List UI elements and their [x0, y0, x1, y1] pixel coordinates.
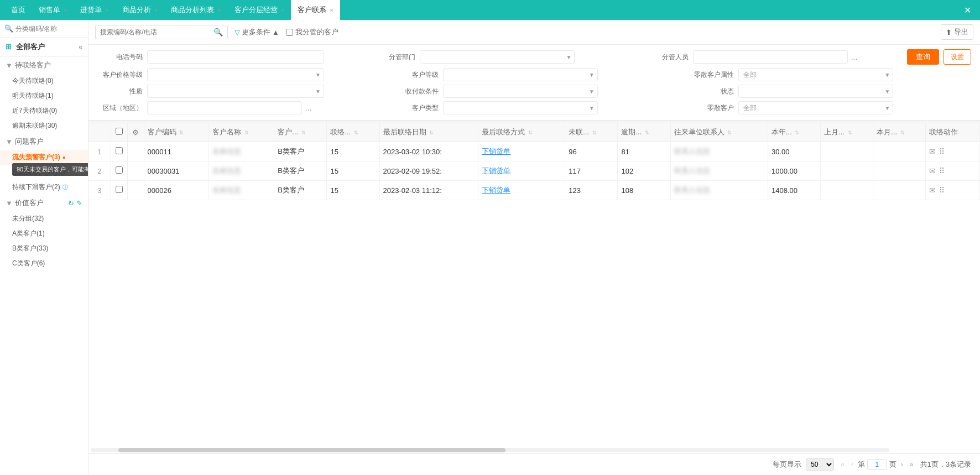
sort-lcm-icon[interactable]: ⇅	[528, 130, 533, 135]
row-1-action-icon-1[interactable]: ✉	[929, 147, 936, 156]
person-input[interactable]	[693, 50, 848, 64]
nav-tab-goods-analysis[interactable]: 商品分析 ×	[116, 0, 164, 20]
my-customers-checkbox[interactable]	[286, 29, 293, 36]
nature-select[interactable]	[147, 85, 324, 98]
col-settings[interactable]: ⚙	[127, 123, 144, 142]
sidebar-item-a-class[interactable]: A类客户(1)	[0, 226, 88, 241]
nav-tab-customer-contact[interactable]: 客户联系 ×	[291, 0, 340, 20]
row-2-method-link[interactable]: 下销货单	[482, 166, 510, 175]
sort-nc-icon[interactable]: ⇅	[592, 130, 597, 135]
sidebar-item-7days[interactable]: 近7天待联络(0)	[0, 103, 88, 118]
sort-lcd-icon[interactable]: ⇅	[429, 130, 434, 135]
customer-level-select[interactable]	[443, 68, 598, 81]
nav-tab-goods-list[interactable]: 商品分析列表 ×	[164, 0, 227, 20]
page-number-input[interactable]	[867, 459, 887, 470]
sort-lm-icon[interactable]: ⇅	[848, 130, 852, 135]
sidebar-item-churn-warning[interactable]: 流失预警客户(3) ●	[0, 150, 88, 165]
row-1-last-month	[821, 142, 873, 161]
retail-customer-select[interactable]: 全部	[738, 101, 893, 114]
close-customer-layer-icon[interactable]: ×	[281, 7, 284, 13]
sidebar-item-ungrouped[interactable]: 未分组(32)	[0, 211, 88, 226]
nav-tab-home[interactable]: 首页	[4, 0, 32, 20]
sidebar-item-tomorrow[interactable]: 明天待联络(1)	[0, 88, 88, 103]
group-value-label: 价值客户	[15, 198, 44, 208]
row-1-code: 000011	[144, 142, 209, 161]
sort-type-icon[interactable]: ⇅	[301, 130, 306, 135]
export-button[interactable]: ⬆ 导出	[941, 24, 973, 40]
scrollbar-thumb[interactable]	[118, 448, 505, 452]
settings-button[interactable]: 设置	[943, 49, 971, 65]
sort-overdue-icon[interactable]: ⇅	[645, 130, 649, 135]
payment-select[interactable]	[443, 85, 598, 98]
sidebar-group-pending[interactable]: ▼ 待联络客户	[0, 57, 88, 74]
sort-uc-icon[interactable]: ⇅	[727, 130, 732, 135]
row-3-action-icon-2[interactable]: ⠿	[939, 186, 945, 195]
sidebar-search-input[interactable]	[15, 25, 88, 33]
row-1-method-link[interactable]: 下销货单	[482, 147, 510, 155]
collapse-sidebar-icon[interactable]: «	[79, 43, 82, 51]
close-purchase-icon[interactable]: ×	[105, 7, 108, 13]
sidebar-item-declining[interactable]: 持续下滑客户(2) ⓘ	[0, 180, 88, 195]
close-all-tabs-button[interactable]: ✕	[960, 5, 976, 15]
my-customers-label: 我分管的客户	[295, 27, 338, 37]
row-2-code: 00030031	[144, 161, 209, 181]
refresh-value-icon[interactable]: ↻	[68, 199, 74, 207]
sidebar-item-b-class[interactable]: B类客户(33)	[0, 241, 88, 256]
row-2-settings	[127, 161, 144, 181]
price-level-select[interactable]	[147, 68, 324, 81]
row-2-action-icon-2[interactable]: ⠿	[939, 166, 945, 175]
close-customer-contact-icon[interactable]: ×	[330, 7, 333, 13]
sort-code-icon[interactable]: ⇅	[179, 130, 184, 135]
retail-attr-select[interactable]: 全部	[738, 68, 893, 81]
filter-nature: 性质 ▼	[97, 85, 380, 98]
row-2-action-icon-1[interactable]: ✉	[929, 166, 936, 175]
close-sales-icon[interactable]: ×	[64, 7, 67, 13]
person-dots-button[interactable]: ...	[848, 53, 861, 61]
phone-input[interactable]	[147, 50, 324, 64]
scrollbar-track[interactable]	[91, 448, 889, 452]
prev-page-button[interactable]: ‹	[849, 460, 856, 469]
next-page-button[interactable]: ›	[899, 460, 905, 469]
last-page-button[interactable]: »	[908, 460, 916, 469]
row-3-method-link[interactable]: 下销货单	[482, 186, 510, 194]
row-2-overdue: 102	[618, 161, 670, 181]
dept-select[interactable]	[420, 50, 575, 64]
search-input-wrap: 🔍	[95, 25, 228, 39]
row-2-index: 2	[88, 161, 111, 181]
close-goods-list-icon[interactable]: ×	[217, 7, 221, 13]
sidebar-group-problem[interactable]: ▼ 问题客户	[0, 133, 88, 150]
horizontal-scrollbar[interactable]	[88, 447, 980, 453]
close-goods-analysis-icon[interactable]: ×	[154, 7, 158, 13]
sidebar-item-c-class[interactable]: C类客户(6)	[0, 256, 88, 271]
search-button[interactable]: 🔍	[213, 28, 223, 36]
search-input[interactable]	[100, 28, 213, 36]
row-1-checkbox[interactable]	[116, 147, 123, 154]
sidebar-group-value[interactable]: ▼ 价值客户 ↻ ✎	[0, 195, 88, 211]
nav-tab-customer-layer[interactable]: 客户分层经营 ×	[228, 0, 291, 20]
row-3-last-contact-method: 下销货单	[478, 181, 565, 200]
first-page-button[interactable]: «	[838, 460, 847, 469]
all-customers-item[interactable]: ⊞ 全部客户 «	[0, 38, 88, 57]
query-button[interactable]: 查询	[907, 49, 939, 65]
row-2-checkbox[interactable]	[116, 166, 123, 174]
nav-tab-purchase[interactable]: 进货单 ×	[74, 0, 115, 20]
row-3-action-icon-1[interactable]: ✉	[929, 186, 936, 195]
sort-contact-icon[interactable]: ⇅	[354, 130, 358, 135]
group-pending-label: 待联络客户	[15, 60, 51, 70]
status-select[interactable]	[738, 85, 893, 98]
row-1-action-icon-2[interactable]: ⠿	[939, 147, 945, 156]
region-dots-button[interactable]: ...	[302, 103, 315, 112]
edit-value-icon[interactable]: ✎	[76, 199, 82, 207]
select-all-checkbox[interactable]	[116, 128, 123, 135]
sort-ty-icon[interactable]: ⇅	[795, 130, 799, 135]
sidebar-item-today[interactable]: 今天待联络(0)	[0, 74, 88, 88]
more-conditions-button[interactable]: ▽ 更多条件 ▲	[234, 27, 279, 37]
nav-tab-sales[interactable]: 销售单 ×	[32, 0, 74, 20]
sort-name-icon[interactable]: ⇅	[244, 130, 249, 135]
row-3-checkbox[interactable]	[116, 186, 123, 193]
sidebar-item-overdue[interactable]: 逾期未联络(30)	[0, 118, 88, 133]
per-page-select[interactable]: 50 100	[806, 458, 834, 471]
customer-type-select[interactable]	[443, 101, 598, 114]
region-input[interactable]	[147, 101, 302, 114]
sort-tm-icon[interactable]: ⇅	[900, 130, 905, 135]
